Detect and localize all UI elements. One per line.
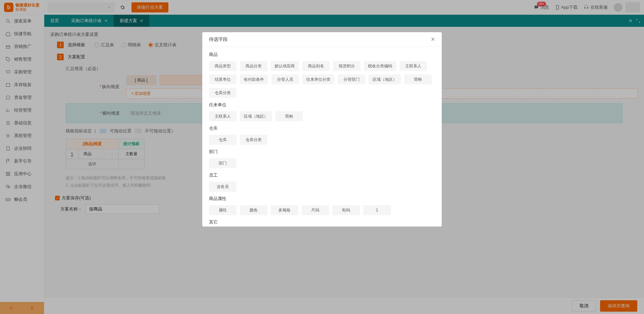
field-chip[interactable]: 简称 — [275, 111, 303, 121]
modal-body: 商品商品类型商品分类默认供应商商品别名拣货积分税收分类编码主联系人结算单位收付款… — [202, 47, 442, 227]
field-chip[interactable]: 业务员 — [209, 182, 236, 192]
field-group-title: 仓库 — [209, 125, 435, 131]
field-group-title: 部门 — [209, 149, 435, 155]
modal-overlay[interactable]: 待选字段 ✕ 商品商品类型商品分类默认供应商商品别名拣货积分税收分类编码主联系人… — [0, 0, 644, 314]
field-chip[interactable]: 商品别名 — [302, 61, 330, 71]
field-chip-list: 主联系人区域（地区）简称 — [209, 111, 435, 121]
field-chip[interactable]: 收付款条件 — [240, 74, 268, 84]
field-group: 仓库仓库仓库分类 — [209, 125, 435, 145]
field-group: 其它单据日期项目 — [209, 219, 435, 227]
field-chip[interactable]: 结算单位 — [209, 74, 236, 84]
field-chip[interactable]: 拣货积分 — [333, 61, 361, 71]
field-chip[interactable]: 仓库分类 — [240, 135, 267, 145]
field-chip[interactable]: 部门 — [209, 158, 236, 168]
field-chip[interactable]: 商品分类 — [240, 61, 267, 71]
field-group: 部门部门 — [209, 149, 435, 168]
field-chip[interactable]: 属性 — [209, 205, 236, 215]
field-chip[interactable]: 仓库 — [209, 135, 236, 145]
field-chip-list: 仓库仓库分类 — [209, 135, 435, 145]
field-chip[interactable]: 分管人员 — [271, 74, 299, 84]
field-chip-list: 属性颜色多规格尺码鞋码1 — [209, 205, 435, 215]
field-chip[interactable]: 尺码 — [302, 205, 329, 215]
field-chip[interactable]: 鞋码 — [332, 205, 360, 215]
field-chip[interactable]: 商品类型 — [209, 61, 236, 71]
field-group-title: 员工 — [209, 172, 435, 178]
field-chip[interactable]: 默认供应商 — [271, 61, 299, 71]
field-chip[interactable]: 税收分类编码 — [364, 61, 396, 71]
field-chip-list: 部门 — [209, 158, 435, 168]
field-group: 员工业务员 — [209, 172, 435, 192]
field-chip[interactable]: 往来单位分类 — [302, 74, 334, 84]
field-chip[interactable]: 主联系人 — [399, 61, 427, 71]
field-group: 往来单位主联系人区域（地区）简称 — [209, 102, 435, 121]
modal-close-button[interactable]: ✕ — [431, 36, 435, 43]
field-chip[interactable]: 分管部门 — [338, 74, 365, 84]
field-chip[interactable]: 主联系人 — [209, 111, 236, 121]
field-chip-list: 商品类型商品分类默认供应商商品别名拣货积分税收分类编码主联系人结算单位收付款条件… — [209, 61, 435, 98]
field-chip[interactable]: 简称 — [404, 74, 432, 84]
field-chip[interactable]: 多规格 — [271, 205, 298, 215]
field-chip[interactable]: 颜色 — [240, 205, 267, 215]
field-chip[interactable]: 仓库分类 — [209, 88, 236, 98]
field-chip[interactable]: 区域（地区） — [240, 111, 272, 121]
modal-header: 待选字段 ✕ — [202, 32, 442, 47]
field-group: 商品商品类型商品分类默认供应商商品别名拣货积分税收分类编码主联系人结算单位收付款… — [209, 52, 435, 98]
field-chip[interactable]: 区域（地区） — [369, 74, 401, 84]
field-group-title: 商品属性 — [209, 196, 435, 202]
field-group-title: 往来单位 — [209, 102, 435, 108]
field-group: 商品属性属性颜色多规格尺码鞋码1 — [209, 196, 435, 215]
field-picker-modal: 待选字段 ✕ 商品商品类型商品分类默认供应商商品别名拣货积分税收分类编码主联系人… — [202, 32, 442, 227]
field-chip[interactable]: 1 — [363, 205, 391, 215]
field-group-title: 商品 — [209, 52, 435, 58]
field-group-title: 其它 — [209, 219, 435, 225]
field-chip-list: 业务员 — [209, 182, 435, 192]
modal-title: 待选字段 — [209, 37, 228, 43]
